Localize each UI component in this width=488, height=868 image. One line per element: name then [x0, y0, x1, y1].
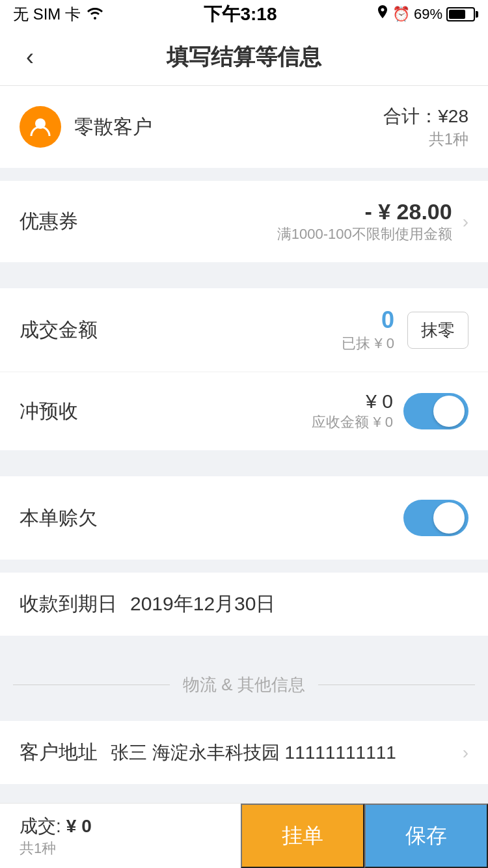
- hang-button[interactable]: 挂单: [241, 804, 364, 868]
- address-section[interactable]: 客户地址 张三 海淀永丰科技园 11111111111 ›: [0, 721, 488, 784]
- coupon-row[interactable]: 优惠券 - ¥ 28.00 满1000-100不限制使用金额 ›: [0, 181, 488, 262]
- logistics-line-right: [318, 685, 475, 685]
- bottom-deal-row: 成交: ¥ 0: [20, 814, 221, 839]
- logistics-divider: 物流 & 其他信息: [0, 662, 488, 708]
- deal-amount-sub: 已抹 ¥ 0: [342, 334, 394, 353]
- wifi-icon: [86, 5, 104, 23]
- prepay-label: 冲预收: [20, 398, 78, 425]
- status-right: ⏰ 69%: [377, 5, 475, 23]
- location-icon: [377, 5, 388, 23]
- avatar: [20, 106, 61, 148]
- bottom-bar: 成交: ¥ 0 共1种 挂单 保存: [0, 803, 488, 868]
- status-time: 下午3:18: [204, 2, 277, 27]
- amount-section: 成交金额 0 已抹 ¥ 0 抹零 冲预收 ¥ 0 应收金额 ¥ 0: [0, 288, 488, 450]
- prepay-toggle[interactable]: [403, 393, 468, 429]
- prepay-sub-value: 应收金额 ¥ 0: [312, 413, 393, 432]
- duedate-row: 收款到期日 2019年12月30日: [20, 591, 468, 617]
- coupon-value: - ¥ 28.00 满1000-100不限制使用金额: [277, 199, 452, 244]
- coupon-label: 优惠券: [20, 208, 78, 235]
- logistics-text: 物流 & 其他信息: [183, 673, 305, 696]
- deal-amount-value-wrap: 0 已抹 ¥ 0: [342, 306, 394, 353]
- battery-icon: [446, 7, 475, 21]
- save-button[interactable]: 保存: [364, 804, 488, 868]
- item-count: 共1种: [383, 129, 468, 150]
- battery-percent: 69%: [414, 6, 442, 23]
- bottom-deal-amount: ¥ 0: [66, 816, 92, 837]
- coupon-chevron-icon: ›: [463, 211, 468, 232]
- arrears-toggle[interactable]: [403, 500, 468, 536]
- prepay-main-value: ¥ 0: [312, 390, 393, 413]
- status-left: 无 SIM 卡: [13, 4, 104, 25]
- back-button[interactable]: ‹: [20, 37, 40, 77]
- deal-amount-right: 0 已抹 ¥ 0 抹零: [342, 306, 468, 353]
- coupon-desc: 满1000-100不限制使用金额: [277, 224, 452, 244]
- logistics-line-left: [13, 685, 170, 685]
- duedate-value: 2019年12月30日: [130, 591, 275, 617]
- round-button[interactable]: 抹零: [407, 312, 468, 349]
- arrears-label: 本单赊欠: [20, 505, 98, 532]
- deal-amount-row: 成交金额 0 已抹 ¥ 0 抹零: [0, 288, 488, 372]
- bottom-deal-label: 成交:: [20, 814, 61, 839]
- total-amount: 合计：¥28: [383, 104, 468, 129]
- divider-2: [0, 463, 488, 476]
- prepay-row: 冲预收 ¥ 0 应收金额 ¥ 0: [0, 372, 488, 450]
- divider-1: [0, 275, 488, 288]
- page-title: 填写结算等信息: [167, 42, 321, 72]
- address-value: 张三 海淀永丰科技园 11111111111: [111, 740, 463, 765]
- bottom-count: 共1种: [20, 839, 221, 858]
- prepay-values: ¥ 0 应收金额 ¥ 0: [312, 390, 393, 432]
- customer-name: 零散客户: [74, 114, 152, 141]
- bottom-left: 成交: ¥ 0 共1种: [0, 814, 241, 858]
- customer-left: 零散客户: [20, 106, 152, 148]
- prepay-toggle-wrap: [403, 393, 468, 429]
- status-bar: 无 SIM 卡 下午3:18 ⏰ 69%: [0, 0, 488, 29]
- coupon-amount: - ¥ 28.00: [277, 199, 452, 224]
- deal-amount-value: 0: [342, 306, 394, 334]
- arrears-section: 本单赊欠: [0, 476, 488, 560]
- content: 零散客户 合计：¥28 共1种 优惠券 - ¥ 28.00 满1000-100不…: [0, 86, 488, 868]
- alarm-icon: ⏰: [392, 6, 410, 23]
- deal-amount-label: 成交金额: [20, 317, 98, 344]
- coupon-section: 优惠券 - ¥ 28.00 满1000-100不限制使用金额 ›: [0, 181, 488, 262]
- address-label: 客户地址: [20, 739, 98, 766]
- no-sim-text: 无 SIM 卡: [13, 4, 81, 25]
- duedate-section: 收款到期日 2019年12月30日: [0, 573, 488, 636]
- nav-bar: ‹ 填写结算等信息: [0, 29, 488, 86]
- coupon-right: - ¥ 28.00 满1000-100不限制使用金额 ›: [277, 199, 468, 244]
- customer-section: 零散客户 合计：¥28 共1种: [0, 86, 488, 168]
- duedate-label: 收款到期日: [20, 591, 117, 617]
- address-chevron-icon: ›: [463, 742, 468, 763]
- divider-3: [0, 649, 488, 662]
- prepay-right: ¥ 0 应收金额 ¥ 0: [312, 390, 468, 432]
- customer-right: 合计：¥28 共1种: [383, 104, 468, 150]
- arrears-toggle-wrap: [403, 500, 468, 536]
